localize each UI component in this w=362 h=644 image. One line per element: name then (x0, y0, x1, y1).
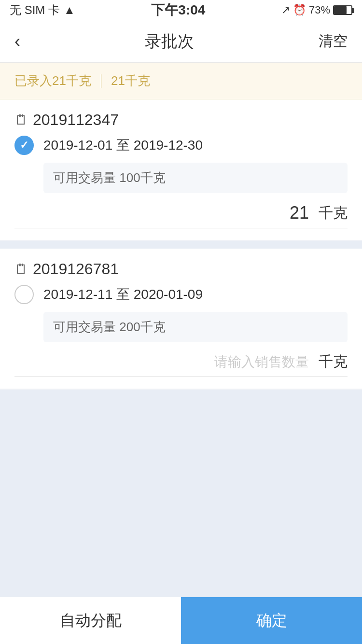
location-icon: ↗ (281, 4, 290, 16)
batch-1-amount-input[interactable] (251, 203, 309, 223)
batch-1-number: 2019112347 (33, 111, 119, 129)
battery-icon (333, 5, 352, 15)
summary-value: 21千克 (111, 72, 150, 89)
batch-item-1: 🗒 2019112347 2019-12-01 至 2019-12-30 可用交… (0, 99, 362, 240)
nav-bar: ‹ 录批次 清空 (0, 20, 362, 63)
summary-label: 已录入21千克 (14, 72, 91, 89)
batch-2-unit: 千克 (319, 352, 348, 372)
batch-2-availability: 可用交易量 200千克 (43, 312, 348, 342)
batch-1-availability: 可用交易量 100千克 (43, 163, 348, 193)
batch-2-date-row: 2019-12-11 至 2020-01-09 (14, 285, 348, 304)
batch-2-icon: 🗒 (14, 261, 28, 277)
confirm-label: 确定 (256, 610, 287, 631)
batch-1-amount-row: 千克 (14, 193, 348, 228)
page-title: 录批次 (145, 30, 194, 53)
content-area: 🗒 2019112347 2019-12-01 至 2019-12-30 可用交… (0, 99, 362, 644)
batch-1-date: 2019-12-01 至 2019-12-30 (43, 136, 203, 154)
batch-1-underline (14, 228, 348, 228)
batch-2-number: 2019126781 (33, 260, 119, 278)
batch-1-radio[interactable] (14, 136, 34, 155)
batch-separator (0, 241, 362, 249)
wifi-icon: ▲ (64, 3, 75, 17)
status-right: ↗ ⏰ 73% (281, 4, 352, 16)
batch-2-amount-row: 请输入销售数量 千克 (14, 342, 348, 377)
clear-button[interactable]: 清空 (319, 31, 348, 51)
auto-distribute-label: 自动分配 (60, 610, 122, 631)
summary-bar: 已录入21千克 21千克 (0, 63, 362, 99)
auto-distribute-button[interactable]: 自动分配 (0, 597, 181, 644)
confirm-button[interactable]: 确定 (181, 597, 362, 644)
status-bar: 无 SIM 卡 ▲ 下午3:04 ↗ ⏰ 73% (0, 0, 362, 20)
battery-percent: 73% (309, 4, 330, 16)
sim-label: 无 SIM 卡 (10, 2, 60, 18)
empty-area (0, 390, 362, 612)
batch-item-2: 🗒 2019126781 2019-12-11 至 2020-01-09 可用交… (0, 249, 362, 389)
batch-2-date: 2019-12-11 至 2020-01-09 (43, 285, 203, 304)
batch-1-header: 🗒 2019112347 (14, 111, 348, 129)
alarm-icon: ⏰ (293, 4, 306, 16)
back-button[interactable]: ‹ (14, 31, 20, 52)
batch-2-radio[interactable] (14, 285, 34, 304)
batch-2-header: 🗒 2019126781 (14, 260, 348, 278)
status-time: 下午3:04 (151, 1, 205, 19)
bottom-bar: 自动分配 确定 (0, 597, 362, 644)
batch-1-unit: 千克 (319, 203, 348, 223)
status-left: 无 SIM 卡 ▲ (10, 2, 75, 18)
batch-1-date-row: 2019-12-01 至 2019-12-30 (14, 136, 348, 155)
batch-1-icon: 🗒 (14, 112, 28, 128)
batch-2-placeholder: 请输入销售数量 (14, 353, 309, 371)
batch-2-underline (14, 377, 348, 377)
summary-divider (101, 74, 101, 88)
